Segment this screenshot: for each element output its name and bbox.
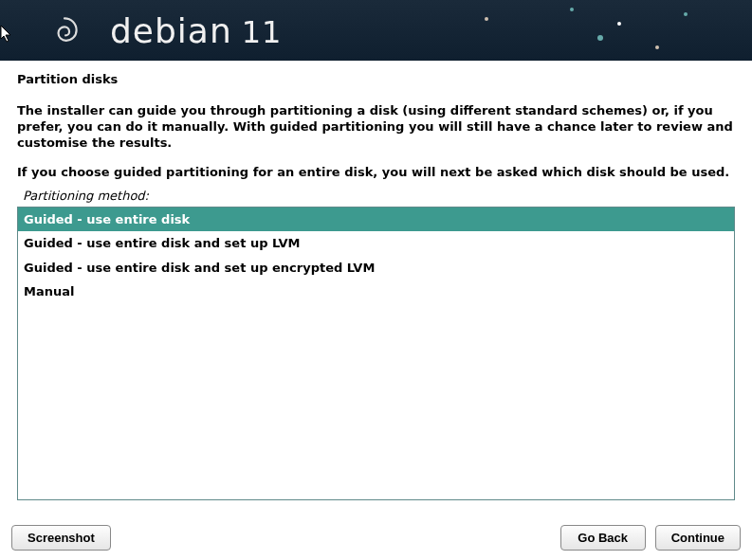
svg-point-2 [597, 35, 603, 41]
main-content: The installer can guide you through part… [0, 103, 752, 500]
brand-name: debian [110, 11, 232, 50]
partition-option[interactable]: Guided - use entire disk and set up LVM [18, 231, 734, 256]
partition-option[interactable]: Manual [18, 280, 734, 304]
page-title: Partition disks [0, 61, 752, 94]
svg-point-5 [684, 12, 688, 16]
partitioning-method-list[interactable]: Guided - use entire diskGuided - use ent… [17, 207, 735, 500]
svg-point-1 [570, 8, 574, 11]
partitioning-method-label: Partitioning method: [23, 189, 735, 203]
go-back-button[interactable]: Go Back [560, 525, 646, 551]
footer-bar: Screenshot Go Back Continue [0, 525, 752, 551]
brand-version: 11 [242, 14, 283, 50]
header-decoration-icon [468, 0, 714, 61]
intro-paragraph-1: The installer can guide you through part… [17, 103, 735, 152]
header-banner: debian11 [0, 0, 752, 61]
debian-swirl-icon [47, 13, 82, 47]
svg-point-4 [655, 45, 659, 49]
brand-text: debian11 [110, 11, 282, 50]
screenshot-button[interactable]: Screenshot [11, 525, 111, 551]
svg-point-3 [617, 22, 621, 26]
svg-point-0 [485, 17, 488, 21]
continue-button[interactable]: Continue [655, 525, 741, 551]
intro-paragraph-2: If you choose guided partitioning for an… [17, 165, 735, 181]
partition-option[interactable]: Guided - use entire disk [18, 208, 734, 232]
partition-option[interactable]: Guided - use entire disk and set up encr… [18, 256, 734, 280]
